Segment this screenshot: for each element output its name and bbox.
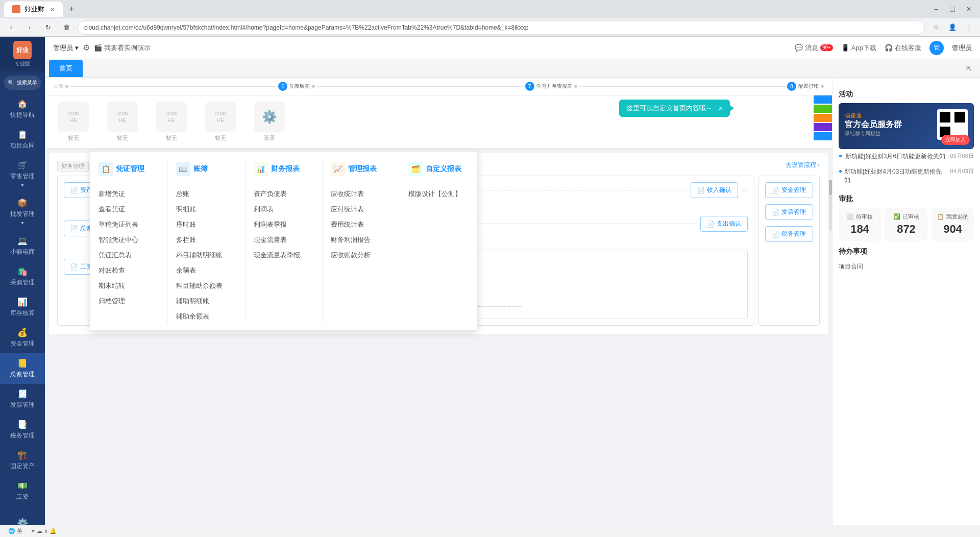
forward-button[interactable]: › <box>22 20 37 35</box>
archive-management-item[interactable]: 归档管理 <box>99 294 159 309</box>
search-icon: 🔍 <box>8 80 15 86</box>
news-item-1[interactable]: ● 新功能|好业财3月6日功能更新抢先知 03月06日 <box>839 149 974 164</box>
bookmark-button[interactable]: ☆ <box>929 20 943 35</box>
topbar-settings-button[interactable]: ⚙ <box>83 43 90 53</box>
profit-report-item[interactable]: 财务利润报告 <box>331 232 391 248</box>
new-tab-button[interactable]: + <box>65 2 79 16</box>
message-button[interactable]: 💬 消息 99+ <box>795 43 833 53</box>
address-input[interactable]: cloud.chanjet.com/cc/u6d89qwnryel/57bfsk… <box>78 20 925 35</box>
sidebar-item-ecommerce[interactable]: 💻 小畅电商 <box>0 231 45 261</box>
refresh-button[interactable]: ↻ <box>41 20 55 35</box>
cashflow-item[interactable]: 现金流量表 <box>254 232 314 248</box>
delete-button[interactable]: 🗑 <box>59 20 74 35</box>
icon-slot-3[interactable]: IconHE 暂无 <box>151 102 192 142</box>
capital-mgmt-node[interactable]: 📄 资金管理 <box>765 182 813 198</box>
todo-item-1[interactable]: 项目合同 <box>839 260 974 273</box>
close-button[interactable]: × <box>962 2 976 16</box>
collapse-button[interactable]: ⇱ <box>962 61 976 76</box>
ap-stats-item[interactable]: 应付统计表 <box>331 202 391 217</box>
sidebar-item-invoice[interactable]: 🧾 发票管理 <box>0 384 45 414</box>
search-menu-button[interactable]: 🔍 搜索菜单 <box>4 76 41 90</box>
aux-detail-item[interactable]: 辅助明细账 <box>176 294 237 309</box>
template-design-item[interactable]: 模版设计【公测】 <box>408 186 469 202</box>
news-item-2[interactable]: ● 新功能|好业财4月03日功能更新抢先知 04月03日 <box>839 164 974 188</box>
balance-sheet-report-item[interactable]: 资产负债表 <box>254 186 314 202</box>
maximize-button[interactable]: □ <box>945 2 960 16</box>
community-button[interactable]: 服务社区 <box>814 123 832 131</box>
detail-ledger-item[interactable]: 明细账 <box>176 202 237 217</box>
user-selector[interactable]: 管理员 ▾ <box>53 43 79 53</box>
aux-balance-item[interactable]: 辅助余额表 <box>176 309 237 324</box>
my-initiated-card[interactable]: 📋 我发起的 904 <box>932 208 974 241</box>
app-container: 好业 专业版 🔍 搜索菜单 🏠 快捷导航 📋 项目合同 🛒 零售管理 ▼ <box>0 37 980 537</box>
icon-slot-2[interactable]: IconHE 暂无 <box>102 102 143 142</box>
home-tab[interactable]: 首页 <box>49 60 83 77</box>
user-avatar[interactable]: 管 <box>929 41 944 55</box>
income-statement-item[interactable]: 利润表 <box>254 202 314 217</box>
tooltip-close-button[interactable]: × <box>719 104 723 112</box>
cashflow-quarterly-item[interactable]: 现金流量表季报 <box>254 248 314 263</box>
setup-flow-link[interactable]: 去设置流程 › <box>786 161 820 169</box>
hotline-button[interactable]: 客服热线 <box>814 114 832 122</box>
sidebar-item-quicknav[interactable]: 🏠 快捷导航 <box>0 94 45 125</box>
step-dot-3 <box>574 85 577 88</box>
icon-settings-slot[interactable]: ⚙️ 设置 <box>249 102 290 142</box>
sidebar-item-fixedassets[interactable]: 🏗️ 固定资产 <box>0 445 45 476</box>
minimize-button[interactable]: － <box>929 2 943 16</box>
expense-stats-item[interactable]: 费用统计表 <box>331 217 391 232</box>
tab-close-button[interactable]: × <box>51 6 55 13</box>
icon-slot-1[interactable]: IconHE 暂无 <box>53 102 94 142</box>
reconciliation-item[interactable]: 对账检查 <box>99 263 159 278</box>
sidebar-item-purchase[interactable]: 🛍️ 采购管理 <box>0 261 45 292</box>
income-quarterly-item[interactable]: 利润表季报 <box>254 217 314 232</box>
period-end-transfer-item[interactable]: 期末结转 <box>99 278 159 294</box>
balance-sheet-item[interactable]: 余额表 <box>176 263 237 278</box>
profile-button[interactable]: 👤 <box>945 20 960 35</box>
income-confirm-node[interactable]: 📄 收入确认 <box>691 182 738 198</box>
view-voucher-item[interactable]: 查看凭证 <box>99 202 159 217</box>
subject-detail-item[interactable]: 科目辅助明细账 <box>176 248 237 263</box>
ar-analysis-item[interactable]: 应收账款分析 <box>331 248 391 263</box>
sidebar-item-ledger[interactable]: 📒 总账管理 <box>0 353 45 384</box>
pending-approval-card[interactable]: ⬜ 待审核 184 <box>839 208 881 241</box>
promo-banner: 畅捷通 官方会员服务群 享社群专属权益 <box>839 103 974 149</box>
ar-stats-item[interactable]: 应收统计表 <box>331 186 391 202</box>
sidebar-item-retail[interactable]: 🛒 零售管理 ▼ <box>0 155 45 193</box>
sidebar-item-payroll[interactable]: 💵 工资 <box>0 476 45 506</box>
smart-voucher-center-item[interactable]: 智能凭证中心 <box>99 232 159 248</box>
homepage-settings-button[interactable]: 首页设置 <box>814 95 832 104</box>
tab-right-actions: ⇱ <box>962 61 976 76</box>
promo-line1: 畅捷通 <box>845 112 902 119</box>
approved-card[interactable]: ✅ 已审核 872 <box>885 208 927 241</box>
step-number-7: 7 <box>525 82 534 91</box>
join-button[interactable]: 立即加入 <box>941 135 970 145</box>
more-button[interactable]: ⋮ <box>962 20 976 35</box>
payroll-icon: 💵 <box>17 481 28 491</box>
voucher-summary-item[interactable]: 凭证汇总表 <box>99 248 159 263</box>
desktop-shortcut-button[interactable]: 桌面快捷 <box>814 132 832 140</box>
step-line-2 <box>317 86 523 87</box>
help-center-button[interactable]: 帮助中心 <box>814 105 832 113</box>
promo-cta[interactable]: 立即加入 <box>941 135 970 145</box>
expense-confirm-node[interactable]: 📄 支出确认 <box>700 216 748 232</box>
draft-voucher-list-item[interactable]: 草稿凭证列表 <box>99 217 159 232</box>
dropdown-header-finreport: 📊 财务报表 <box>254 158 314 180</box>
online-service-button[interactable]: 🎧 在线客服 <box>885 43 921 53</box>
tax-mgmt-node[interactable]: 📄 税务管理 <box>765 226 813 242</box>
subject-balance-item[interactable]: 科目辅助余额表 <box>176 278 237 294</box>
sidebar-item-projectcontract[interactable]: 📋 项目合同 <box>0 125 45 155</box>
icon-slot-4[interactable]: IconHE 暂无 <box>200 102 241 142</box>
invoice-mgmt-node[interactable]: 📄 发票管理 <box>765 204 813 220</box>
multi-column-ledger-item[interactable]: 多栏账 <box>176 232 237 248</box>
demo-link[interactable]: 🎬 我要看实例演示 <box>94 43 151 53</box>
app-download-button[interactable]: 📱 App下载 <box>841 43 876 53</box>
sidebar-item-capital[interactable]: 💰 资金管理 <box>0 323 45 353</box>
active-tab[interactable]: 好业财 × <box>4 2 63 17</box>
sidebar-item-tax[interactable]: 📑 税务管理 <box>0 414 45 445</box>
new-voucher-item[interactable]: 新增凭证 <box>99 186 159 202</box>
back-button[interactable]: ‹ <box>4 20 18 35</box>
sidebar-item-inventory[interactable]: 📊 库存核算 <box>0 292 45 323</box>
sidebar-item-wholesale[interactable]: 📦 批发管理 ▼ <box>0 193 45 231</box>
general-ledger-item[interactable]: 总账 <box>176 186 237 202</box>
chronological-ledger-item[interactable]: 序时账 <box>176 217 237 232</box>
